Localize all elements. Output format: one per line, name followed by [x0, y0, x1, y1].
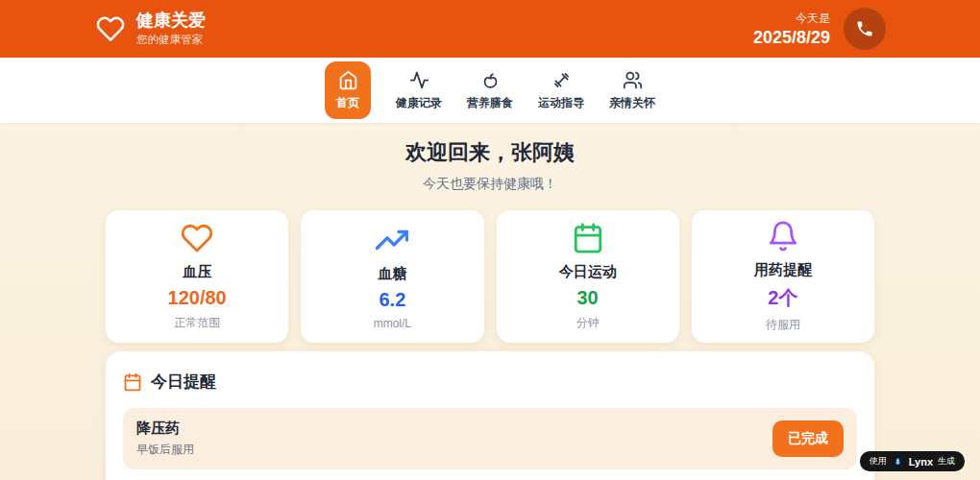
date-value: 2025/8/29	[753, 28, 830, 48]
today-reminders-panel: 今日提醒 降压药 早饭后服用 已完成	[106, 351, 874, 480]
header: 健康关爱 您的健康管家 今天是 2025/8/29	[0, 0, 980, 58]
stat-unit: 正常范围	[174, 315, 220, 331]
trend-up-icon	[376, 224, 408, 256]
stat-card-blood-pressure[interactable]: 血压 120/80 正常范围	[106, 210, 288, 343]
panel-header: 今日提醒	[123, 371, 857, 393]
app-titles: 健康关爱 您的健康管家	[136, 11, 206, 47]
nav-item-health-records[interactable]: 健康记录	[396, 70, 442, 111]
stat-cards-row: 血压 120/80 正常范围 血糖 6.2 mmol/L	[106, 210, 874, 343]
reminder-done-button[interactable]: 已完成	[772, 420, 844, 457]
badge-brand: Lynx	[909, 456, 933, 468]
stat-value: 120/80	[168, 287, 227, 309]
people-icon	[623, 70, 643, 90]
pulse-icon	[409, 70, 429, 90]
stat-value: 2个	[768, 285, 797, 311]
nav-label: 运动指导	[538, 95, 584, 111]
nav-item-nutrition[interactable]: 营养膳食	[467, 70, 513, 111]
date-label: 今天是	[753, 11, 830, 27]
stat-unit: 分钟	[576, 315, 600, 331]
stat-unit: 待服用	[766, 317, 800, 333]
stat-value: 30	[577, 287, 599, 309]
stat-label: 用药提醒	[754, 261, 812, 279]
apple-icon	[480, 70, 501, 90]
lynx-logo-icon	[892, 455, 904, 468]
heart-icon	[181, 222, 213, 254]
stat-card-blood-sugar[interactable]: 血糖 6.2 mmol/L	[301, 210, 483, 343]
stat-label: 血压	[183, 263, 211, 281]
bell-icon	[767, 220, 799, 252]
app-subtitle: 您的健康管家	[136, 33, 206, 47]
main-content: 欢迎回来，张阿姨 今天也要保持健康哦！ 血压 120/80 正常范围	[0, 123, 980, 480]
lynx-generated-badge[interactable]: 使用 Lynx 生成	[860, 451, 965, 471]
reminder-info: 降压药 早饭后服用	[136, 420, 194, 458]
nav-item-home[interactable]: 首页	[325, 61, 371, 119]
main-nav: 首页 健康记录 营养膳食	[0, 58, 980, 123]
welcome-subtitle: 今天也要保持健康哦！	[0, 176, 980, 193]
header-right: 今天是 2025/8/29	[753, 8, 886, 50]
reminder-name: 降压药	[136, 420, 194, 438]
app-logo-heart-icon	[96, 14, 125, 43]
stat-label: 血糖	[378, 265, 406, 283]
nav-label: 营养膳食	[467, 95, 513, 111]
welcome-title: 欢迎回来，张阿姨	[0, 138, 980, 167]
stat-card-exercise[interactable]: 今日运动 30 分钟	[497, 210, 679, 343]
stat-card-medication[interactable]: 用药提醒 2个 待服用	[692, 210, 874, 343]
badge-prefix: 使用	[870, 455, 887, 468]
home-icon	[338, 70, 358, 90]
badge-suffix: 生成	[938, 455, 955, 468]
reminder-row: 降压药 早饭后服用 已完成	[123, 408, 857, 469]
date-display: 今天是 2025/8/29	[753, 11, 830, 48]
phone-icon	[855, 19, 874, 38]
calendar-icon	[572, 222, 604, 254]
app-title: 健康关爱	[136, 11, 206, 31]
app-root: 健康关爱 您的健康管家 今天是 2025/8/29	[0, 0, 980, 480]
stat-value: 6.2	[379, 289, 405, 311]
nav-label: 健康记录	[396, 95, 442, 111]
nav-label: 首页	[336, 95, 359, 111]
nav-item-exercise[interactable]: 运动指导	[538, 70, 584, 111]
stat-unit: mmol/L	[374, 317, 411, 330]
nav-label: 亲情关怀	[609, 95, 655, 111]
phone-call-button[interactable]	[844, 8, 886, 50]
calendar-icon	[123, 372, 142, 392]
nav-item-family-care[interactable]: 亲情关怀	[609, 70, 655, 111]
reminder-time: 早饭后服用	[136, 442, 194, 458]
panel-title: 今日提醒	[151, 371, 216, 393]
dumbbell-icon	[551, 70, 572, 90]
stat-label: 今日运动	[559, 263, 617, 281]
